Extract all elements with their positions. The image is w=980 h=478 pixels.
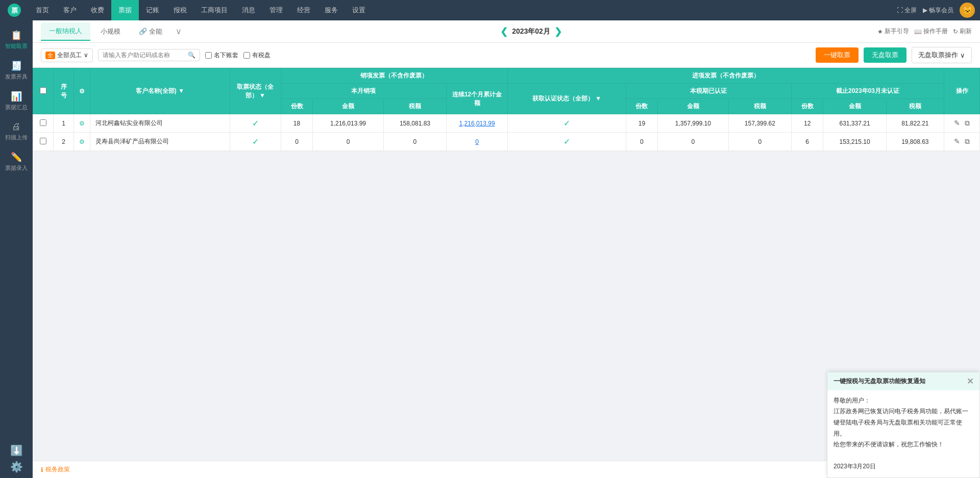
manual-icon: 📖 (914, 28, 922, 35)
select-arrow-icon: ∨ (84, 52, 88, 59)
col-settings-header[interactable]: ⚙ (74, 68, 90, 114)
row-customer-0: 河北柯鑫钻实业有限公司 (90, 114, 230, 133)
row-settings-1[interactable]: ⚙ (74, 133, 90, 151)
purchase-invoice-group-header: 进项发票（不含作废票） (508, 68, 944, 84)
all-icon: 🔗 (139, 28, 147, 35)
prev-month-button[interactable]: ❮ (500, 26, 508, 37)
col-12month-header: 连续12个月累计金额 (447, 84, 508, 114)
select-all-checkbox[interactable] (40, 87, 46, 94)
tab-small-scale[interactable]: 小规模 (92, 23, 129, 40)
issue-invoice-icon: 🧾 (11, 60, 22, 71)
nav-tax[interactable]: 报税 (166, 0, 194, 20)
row-ticket-status-0: ✓ (230, 114, 281, 133)
monthly-sales-header: 本月销项 (281, 84, 446, 99)
row-checkbox-0[interactable] (33, 114, 54, 133)
notification-body: 尊敬的用户： 江苏政务网已恢复访问电子税务局功能，易代账一键登陆电子税务局与无盘… (827, 390, 979, 477)
sub-account-checkbox-input[interactable] (205, 52, 212, 59)
row-monthly-tax-1: 0 (383, 133, 446, 151)
employee-select[interactable]: 全 全部员工 ∨ (41, 48, 93, 62)
confirm-status-header[interactable]: 获取认证状态（全部） ▼ (508, 84, 626, 114)
customer-search-input[interactable] (103, 52, 188, 59)
nav-manage[interactable]: 管理 (262, 0, 290, 20)
nav-invoice[interactable]: 票据 (111, 0, 139, 20)
manual-button[interactable]: 📖 操作手册 (914, 27, 948, 36)
nav-service[interactable]: 服务 (317, 0, 345, 20)
tab-right-actions: ★ 新手引导 📖 操作手册 ↻ 刷新 (877, 27, 972, 36)
current-date: 2023年02月 (512, 27, 550, 36)
member-button[interactable]: ▶ 畅享会员 (923, 6, 953, 15)
nav-customer[interactable]: 客户 (56, 0, 84, 20)
sidebar-item-issue-invoice[interactable]: 🧾 发票开具 (2, 56, 31, 85)
nav-fee[interactable]: 收费 (84, 0, 111, 20)
current-period-confirmed-header: 本税期已认证 (626, 84, 791, 99)
summary-icon: 📊 (11, 91, 22, 102)
notification-close-button[interactable]: ✕ (967, 376, 973, 386)
nav-business[interactable]: 工商项目 (194, 0, 235, 20)
nav-accounting[interactable]: 记账 (139, 0, 166, 20)
row-edit-icon-1[interactable]: ✎ (954, 137, 960, 145)
top-navigation: 票 首页 客户 收费 票据 记账 报税 工商项目 消息 管理 经营 服务 设置 … (0, 0, 980, 20)
unconfirm-amount-header: 金额 (823, 99, 886, 114)
row-copy-icon-0[interactable]: ⧉ (965, 119, 970, 127)
tab-general-taxpayer[interactable]: 一般纳税人 (41, 22, 90, 41)
row-unconfirm-tax-0: 81,822.21 (886, 114, 944, 133)
col-status-header[interactable]: 取票状态（全部） ▼ (230, 68, 281, 114)
status-filter-icon[interactable]: ▼ (259, 92, 265, 99)
tax-disk-checkbox-input[interactable] (243, 52, 250, 59)
col-customer-header[interactable]: 客户名称(全部) ▼ (90, 68, 230, 114)
row-purchase-amount-1: 0 (658, 133, 729, 151)
nav-operation[interactable]: 经营 (290, 0, 317, 20)
tab-all[interactable]: 🔗 全能 (131, 23, 170, 40)
search-icon[interactable]: 🔍 (188, 52, 195, 59)
new-guide-button[interactable]: ★ 新手引导 (877, 27, 909, 36)
row-checkbox-1[interactable] (33, 133, 54, 151)
filter-bar: 全 全部员工 ∨ 🔍 名下账套 有税盘 一键取票 无盘取票 无盘取票操作 ∨ (33, 43, 980, 68)
row-monthly-amount-0: 1,216,013.99 (313, 114, 384, 133)
next-month-button[interactable]: ❯ (554, 26, 562, 37)
refresh-button[interactable]: ↻ 刷新 (953, 27, 972, 36)
sidebar-item-entry[interactable]: ✏️ 票据录入 (2, 147, 31, 176)
fullscreen-icon: ⛶ (897, 7, 903, 14)
row-settings-0[interactable]: ⚙ (74, 114, 90, 133)
row-unconfirm-tax-1: 19,808.63 (886, 133, 944, 151)
row-purchase-tax-1: 0 (728, 133, 791, 151)
row-cumulative-1: 0 (447, 133, 508, 151)
tab-more-button[interactable]: ∨ (173, 27, 185, 36)
invoice-table: 序号 ⚙ 客户名称(全部) ▼ 取票状态（全部） ▼ 销项发票（不含作废票） 进… (33, 68, 980, 151)
notification-panel: 一键报税与无盘取票功能恢复通知 ✕ 尊敬的用户： 江苏政务网已恢复访问电子税务局… (827, 372, 980, 478)
col-checkbox-header (33, 68, 54, 114)
tab-bar: 一般纳税人 小规模 🔗 全能 ∨ ❮ 2023年02月 ❯ ★ 新手引导 📖 (33, 20, 980, 43)
notification-body-scroll[interactable]: 尊敬的用户： 江苏政务网已恢复访问电子税务局功能，易代账一键登陆电子税务局与无盘… (827, 390, 979, 477)
nav-home[interactable]: 首页 (29, 0, 56, 20)
row-edit-icon-0[interactable]: ✎ (954, 119, 960, 127)
fullscreen-button[interactable]: ⛶ 全屏 (897, 6, 917, 15)
diskless-fetch-button[interactable]: 无盘取票 (864, 47, 906, 63)
diskless-operations-button[interactable]: 无盘取票操作 ∨ (912, 47, 972, 63)
sidebar-item-scan-upload[interactable]: 🖨 扫描上传 (2, 117, 31, 145)
nav-message[interactable]: 消息 (235, 0, 262, 20)
customer-search-box: 🔍 (98, 49, 200, 61)
row-monthly-count-0: 18 (281, 114, 312, 133)
row-monthly-count-1: 0 (281, 133, 312, 151)
entry-icon: ✏️ (11, 152, 22, 163)
settings-icon[interactable]: ⚙️ (10, 461, 23, 473)
download-icon[interactable]: ⬇️ (10, 444, 23, 457)
sub-account-checkbox[interactable]: 名下账套 (205, 51, 238, 60)
row-ticket-status-1: ✓ (230, 133, 281, 151)
row-monthly-tax-0: 158,081.83 (383, 114, 446, 133)
notification-title: 一键报税与无盘取票功能恢复通知 (834, 377, 925, 386)
row-copy-icon-1[interactable]: ⧉ (965, 137, 970, 145)
confirm-status-filter-icon[interactable]: ▼ (595, 95, 601, 102)
customer-filter-icon[interactable]: ▼ (178, 87, 184, 94)
sidebar-item-fetch-ticket[interactable]: 📋 智能取票 (2, 26, 31, 54)
row-purchase-amount-0: 1,357,999.10 (658, 114, 729, 133)
tax-disk-checkbox[interactable]: 有税盘 (243, 51, 271, 60)
nav-settings[interactable]: 设置 (345, 0, 373, 20)
unconfirm-tax-header: 税额 (886, 99, 944, 114)
one-click-fetch-button[interactable]: 一键取票 (816, 47, 859, 63)
sidebar-item-summary[interactable]: 📊 票据汇总 (2, 87, 31, 115)
row-confirm-status-0: ✓ (508, 114, 626, 133)
date-navigation: ❮ 2023年02月 ❯ (500, 26, 562, 37)
employee-badge: 全 (45, 52, 55, 59)
user-avatar[interactable]: 🐱 (960, 3, 975, 18)
